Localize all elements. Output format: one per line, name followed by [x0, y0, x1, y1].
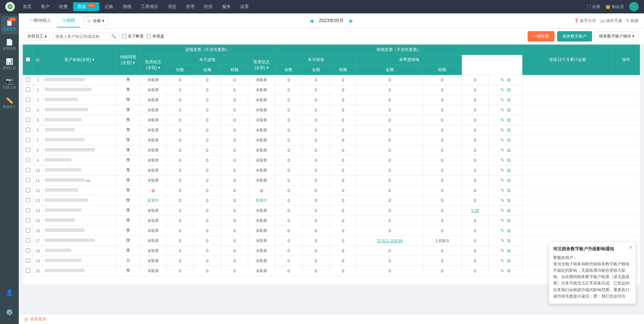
- row-checkbox[interactable]: [26, 208, 30, 212]
- refresh-btn[interactable]: ↻ 刷新: [626, 18, 639, 24]
- row-checkbox[interactable]: [26, 248, 30, 253]
- row-checkbox[interactable]: [26, 118, 30, 122]
- edit-icon[interactable]: ✎: [500, 87, 504, 92]
- edit-icon[interactable]: ✎: [500, 137, 504, 143]
- copy-icon[interactable]: ⧉: [507, 218, 511, 223]
- sidebar-item-summary[interactable]: 📊 票据汇总: [1, 55, 18, 73]
- copy-icon[interactable]: ⧉: [507, 208, 511, 213]
- row-checkbox[interactable]: [26, 178, 30, 182]
- copy-icon[interactable]: ⧉: [507, 107, 511, 113]
- edit-icon[interactable]: ✎: [500, 107, 504, 113]
- edit-icon[interactable]: ✎: [500, 147, 504, 153]
- copy-icon[interactable]: ⧉: [507, 268, 511, 273]
- trailing-link[interactable]: 5.00: [471, 208, 479, 213]
- nav-operation[interactable]: 经营: [200, 2, 217, 11]
- copy-icon[interactable]: ⧉: [507, 198, 511, 203]
- sidebar-item-issue-invoice[interactable]: 📄 发票开具: [1, 36, 18, 54]
- copy-icon[interactable]: ⧉: [507, 127, 511, 133]
- ref-amount-link[interactable]: 12,621,319.99: [377, 239, 402, 243]
- edit-icon[interactable]: ✎: [500, 248, 504, 253]
- edit-icon[interactable]: ✎: [500, 238, 504, 243]
- out-status-filter[interactable]: ▾: [267, 65, 269, 70]
- nav-service[interactable]: 服务: [218, 2, 235, 11]
- has-taxdisk-checkbox[interactable]: [147, 34, 151, 39]
- edit-icon[interactable]: ✎: [500, 168, 504, 173]
- fullscreen-btn[interactable]: ⛶ 全屏: [587, 4, 600, 10]
- manual-btn[interactable]: 📖 操作手册: [600, 18, 622, 24]
- nav-business[interactable]: 工商项目: [137, 2, 162, 11]
- select-all-checkbox[interactable]: [26, 57, 30, 62]
- nav-tax[interactable]: 报税: [119, 2, 136, 11]
- row-checkbox[interactable]: [26, 188, 30, 192]
- row-checkbox[interactable]: [26, 268, 30, 273]
- edit-icon[interactable]: ✎: [500, 188, 504, 193]
- edit-icon[interactable]: ✎: [500, 268, 504, 273]
- row-checkbox[interactable]: [26, 258, 30, 263]
- tax-policy-label[interactable]: 税务政策: [30, 316, 46, 322]
- row-checkbox[interactable]: [26, 98, 30, 102]
- edit-icon[interactable]: ✎: [500, 218, 504, 223]
- edit-icon[interactable]: ✎: [500, 178, 504, 183]
- copy-icon[interactable]: ⧉: [507, 258, 511, 263]
- member-btn[interactable]: 👑 购会员: [605, 4, 624, 10]
- copy-icon[interactable]: ⧉: [507, 87, 511, 92]
- copy-icon[interactable]: ⧉: [507, 157, 511, 163]
- copy-icon[interactable]: ⧉: [507, 188, 511, 193]
- tab-small[interactable]: 小规模: [57, 14, 80, 27]
- row-checkbox[interactable]: [26, 158, 30, 162]
- sidebar-item-entry[interactable]: ✏️ 票据录入: [1, 94, 18, 112]
- copy-icon[interactable]: ⧉: [507, 77, 511, 82]
- row-checkbox[interactable]: [26, 87, 30, 92]
- copy-icon[interactable]: ⧉: [507, 97, 511, 103]
- search-input[interactable]: [55, 34, 111, 39]
- filter-named-accounts[interactable]: 名下帐套: [122, 34, 144, 39]
- edit-icon[interactable]: ✎: [500, 208, 504, 213]
- nav-message[interactable]: 消息: [164, 2, 180, 11]
- filter-has-taxdisk[interactable]: 有税盘: [147, 34, 164, 39]
- row-checkbox[interactable]: [26, 148, 30, 152]
- digital-account-btn[interactable]: 税务数字账户: [557, 31, 592, 42]
- nav-bookkeeping[interactable]: 记账: [101, 2, 117, 11]
- avatar[interactable]: [629, 2, 639, 11]
- row-checkbox[interactable]: [26, 128, 30, 132]
- nav-home[interactable]: 首页: [19, 2, 36, 11]
- staff-filter[interactable]: 全部员工 ▾: [24, 32, 50, 41]
- edit-icon[interactable]: ✎: [500, 77, 504, 82]
- date-prev-btn[interactable]: ◀: [308, 18, 315, 23]
- nav-invoice[interactable]: 票据 new: [73, 2, 99, 11]
- copy-icon[interactable]: ⧉: [507, 248, 511, 253]
- popup-close-btn[interactable]: ✕: [629, 245, 633, 250]
- sidebar-item-smart-invoice[interactable]: 📋 智能取票 new: [1, 16, 18, 34]
- edit-icon[interactable]: ✎: [500, 117, 504, 123]
- edit-icon[interactable]: ✎: [500, 228, 504, 233]
- row-checkbox[interactable]: [26, 238, 30, 243]
- new-guide-btn[interactable]: ❓ 新手引导: [574, 18, 596, 24]
- row-checkbox[interactable]: [26, 228, 30, 233]
- edit-icon[interactable]: ✎: [500, 127, 504, 133]
- row-checkbox[interactable]: [26, 198, 30, 202]
- digital-op-btn[interactable]: 税务数字账户操作 ▾: [595, 31, 639, 42]
- tab-general[interactable]: 一般纳税人: [24, 14, 57, 27]
- filter-icon[interactable]: ▾: [92, 57, 94, 62]
- copy-icon[interactable]: ⧉: [507, 228, 511, 233]
- row-checkbox[interactable]: [26, 168, 30, 172]
- period-filter-icon[interactable]: ▾: [133, 60, 135, 65]
- copy-icon[interactable]: ⧉: [507, 137, 511, 143]
- nav-client[interactable]: 客户: [37, 2, 54, 11]
- scope-selector[interactable]: ☺ 全能 ▾: [83, 16, 108, 25]
- nav-manage[interactable]: 管理: [182, 2, 199, 11]
- copy-icon[interactable]: ⧉: [507, 168, 511, 173]
- nav-fee[interactable]: 收费: [55, 2, 72, 11]
- edit-icon[interactable]: ✎: [500, 198, 504, 203]
- row-checkbox[interactable]: [26, 138, 30, 142]
- date-next-btn[interactable]: ▶: [348, 18, 355, 23]
- row-checkbox[interactable]: [26, 108, 30, 112]
- row-checkbox[interactable]: [26, 218, 30, 222]
- sidebar-settings[interactable]: ⚙️: [1, 303, 18, 321]
- copy-icon[interactable]: ⧉: [507, 238, 511, 243]
- in-status-filter[interactable]: ▾: [158, 65, 160, 70]
- copy-icon[interactable]: ⧉: [507, 178, 511, 183]
- copy-icon[interactable]: ⧉: [507, 147, 511, 153]
- edit-icon[interactable]: ✎: [500, 258, 504, 263]
- edit-icon[interactable]: ✎: [500, 97, 504, 103]
